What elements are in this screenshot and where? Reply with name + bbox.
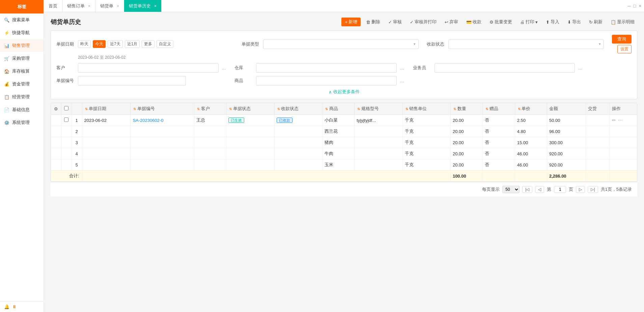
show-detail-button[interactable]: 📋 显示明细 [608, 18, 637, 26]
sidebar-item-inventory[interactable]: 🏠 库存核算 [0, 65, 44, 78]
col-customer[interactable]: ⇅ 客户 [194, 103, 226, 115]
row-price: 15.00 [515, 137, 547, 148]
select-all-checkbox[interactable] [64, 106, 68, 110]
row-no: 2 [71, 126, 82, 137]
sidebar-item-ops-mgmt[interactable]: 📋 经营管理 [0, 90, 44, 103]
query-button[interactable]: 查询 [612, 35, 632, 44]
col-unit[interactable]: ⇅ 销售单位 [402, 103, 450, 115]
delete-button[interactable]: 🗑 删除 [363, 18, 383, 26]
warehouse-input[interactable] [256, 63, 397, 73]
date-btn-more[interactable]: 更多 [142, 40, 155, 48]
date-btn-custom[interactable]: 自定义 [157, 40, 173, 48]
print-arrow-icon: ▾ [535, 20, 538, 25]
sidebar: 标签 🔍 搜索菜单 ⚡ 快捷导航 📊 销售管理 🛒 采购管理 🏠 库存核算 💰 … [0, 0, 44, 312]
tab-sales-goods-close[interactable]: × [117, 4, 119, 8]
search-menu-icon: 🔍 [4, 18, 9, 23]
col-qty[interactable]: ⇅ 数量 [450, 103, 483, 115]
last-page-button[interactable]: ▷| [588, 186, 598, 193]
tab-sales-history-close[interactable]: × [154, 4, 157, 8]
per-page-select[interactable]: 50 20 100 [502, 186, 520, 193]
row-qty: 20.00 [450, 115, 483, 126]
row-doc-date [82, 126, 131, 137]
col-amount: 金额 [547, 103, 586, 115]
date-btn-yesterday[interactable]: 昨天 [78, 40, 91, 48]
sort-icon: ⇅ [325, 107, 328, 111]
doc-no-link[interactable]: SA-20230602-0 [133, 118, 163, 123]
date-btn-today[interactable]: 今天 [93, 40, 106, 48]
collapse-button[interactable]: ∧ 收起更多条件 [329, 89, 360, 95]
sidebar-item-sys-mgmt[interactable]: ⚙️ 系统管理 [0, 116, 44, 129]
salesperson-ellipsis[interactable]: ... [578, 65, 583, 71]
sidebar-item-sales-mgmt[interactable]: 📊 销售管理 [0, 39, 44, 52]
col-collect-status[interactable]: ⇅ 收款状态 [274, 103, 322, 115]
warehouse-label: 仓库 [234, 65, 253, 71]
tab-sales-history[interactable]: 销货单历史 × [124, 0, 162, 12]
sidebar-item-search-menu[interactable]: 🔍 搜索菜单 [0, 14, 44, 26]
minimize-icon[interactable]: ─ [627, 3, 631, 8]
goods-ellipsis[interactable]: ... [399, 78, 405, 83]
sidebar-item-purchase-mgmt[interactable]: 🛒 采购管理 [0, 52, 44, 65]
edit-icon[interactable]: ✏ [612, 118, 616, 123]
table-header-row: ⚙ ⇅ 单据日期 ⇅ 单据编号 [51, 103, 637, 115]
add-button[interactable]: + 新增 [341, 18, 361, 26]
collect-status-select[interactable]: ▾ [448, 40, 604, 49]
first-page-button[interactable]: |◁ [522, 186, 532, 193]
collect-status-label: 收款状态 [427, 41, 446, 47]
date-btn-1month[interactable]: 近1月 [125, 40, 140, 48]
next-page-button[interactable]: ▷ [576, 186, 585, 193]
row-checkbox[interactable] [64, 118, 68, 122]
row-doc-no [131, 126, 194, 137]
salesperson-input[interactable] [435, 63, 575, 73]
tab-sales-goods[interactable]: 销货单 × [95, 0, 124, 12]
inventory-icon: 🏠 [4, 69, 9, 74]
data-table-container: ⚙ ⇅ 单据日期 ⇅ 单据编号 [51, 103, 637, 182]
tab-sales-order-close[interactable]: × [88, 4, 90, 8]
warehouse-ellipsis[interactable]: ... [399, 65, 405, 71]
prev-page-button[interactable]: ◁ [535, 186, 544, 193]
doc-type-select[interactable]: ▾ [263, 40, 419, 49]
abandon-button[interactable]: ↩ 弃审 [442, 18, 461, 26]
col-price[interactable]: ⇅ 单价 [515, 103, 547, 115]
col-gift[interactable]: ⇅ 赠品 [483, 103, 515, 115]
customer-ellipsis[interactable]: ... [221, 65, 227, 71]
row-price: 46.00 [515, 159, 547, 171]
maximize-icon[interactable]: □ [634, 3, 636, 8]
doc-no-input[interactable] [78, 76, 186, 85]
export-button[interactable]: ⬇ 导出 [565, 18, 584, 26]
col-settings[interactable]: ⚙ [51, 103, 61, 115]
col-doc-status[interactable]: ⇅ 单据状态 [226, 103, 274, 115]
row-customer: 王总 [194, 115, 226, 126]
import-button[interactable]: ⬆ 导入 [543, 18, 562, 26]
abandon-icon: ↩ [445, 20, 448, 25]
sort-icon: ⇅ [133, 107, 136, 111]
date-btn-7days[interactable]: 近7天 [108, 40, 123, 48]
more-icon[interactable]: ⋯ [618, 118, 623, 123]
tab-home[interactable]: 首页 [44, 0, 62, 12]
tab-sales-order[interactable]: 销售订单 × [62, 0, 95, 12]
page-input[interactable] [554, 186, 566, 193]
print-button[interactable]: 🖨 打印 ▾ [517, 18, 540, 26]
batch-change-button[interactable]: ⚙ 批量变更 [487, 18, 515, 26]
sidebar-item-finance[interactable]: 💰 资金管理 [0, 78, 44, 90]
sidebar-bottom: 🔔 ⏸ [0, 301, 44, 312]
audit-print-button[interactable]: ✓ 审核并打印 [407, 18, 439, 26]
col-goods[interactable]: ⇅ 商品 [322, 103, 354, 115]
row-goods: 猪肉 [322, 137, 354, 148]
sidebar-item-quick-nav[interactable]: ⚡ 快捷导航 [0, 26, 44, 39]
col-doc-date[interactable]: ⇅ 单据日期 [82, 103, 131, 115]
filter-row-2: 客户 ... 仓库 ... 业务员 ... [56, 63, 632, 73]
notification-icon[interactable]: 🔔 [4, 304, 9, 309]
pause-icon[interactable]: ⏸ [12, 304, 17, 309]
audit-button[interactable]: ✓ 审核 [386, 18, 404, 26]
tab-sales-history-label: 销货单历史 [129, 3, 151, 9]
refresh-button[interactable]: ↻ 刷新 [586, 18, 605, 26]
sidebar-item-basic-info[interactable]: 📄 基础信息 [0, 103, 44, 116]
col-spec[interactable]: ⇅ 规格型号 [355, 103, 402, 115]
collect-button[interactable]: 💳 收款 [464, 18, 484, 26]
settings-button[interactable]: 设置 [617, 45, 632, 53]
row-doc-date: 2023-06-02 [82, 115, 131, 126]
col-doc-no[interactable]: ⇅ 单据编号 [131, 103, 194, 115]
goods-input[interactable] [256, 76, 397, 85]
close-window-icon[interactable]: × [639, 3, 641, 8]
customer-input[interactable] [78, 63, 219, 73]
